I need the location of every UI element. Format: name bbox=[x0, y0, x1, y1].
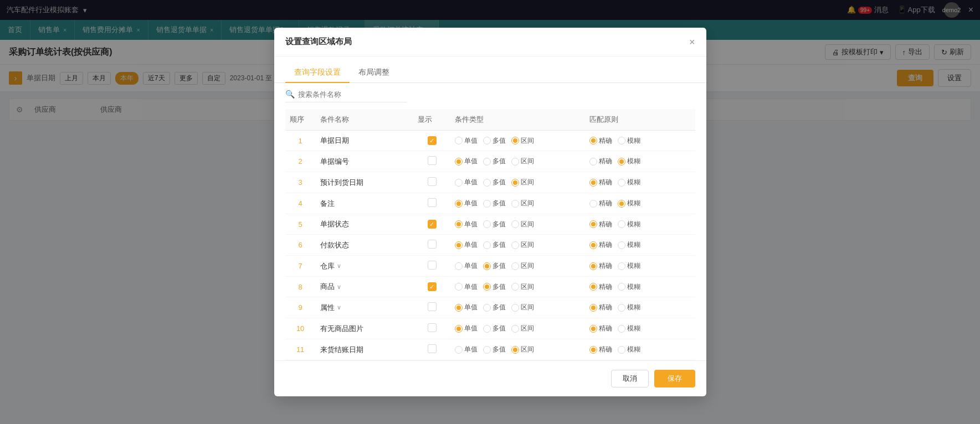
modal-overlay: 设置查询区域布局 × 查询字段设置 布局调整 🔍 顺序 bbox=[0, 0, 980, 127]
dialog-header: 设置查询区域布局 × bbox=[274, 28, 706, 56]
th-show: 显示 bbox=[413, 109, 450, 127]
th-name: 条件名称 bbox=[316, 109, 414, 127]
search-input-wrap: 🔍 bbox=[285, 90, 407, 102]
search-input[interactable] bbox=[298, 90, 398, 99]
dialog-title: 设置查询区域布局 bbox=[285, 37, 352, 47]
dialog: 设置查询区域布局 × 查询字段设置 布局调整 🔍 顺序 bbox=[274, 28, 706, 127]
dialog-tab-query[interactable]: 查询字段设置 bbox=[285, 63, 350, 83]
dialog-table: 顺序 条件名称 显示 条件类型 匹配原则 1 单据日期 bbox=[274, 109, 706, 127]
th-match: 匹配原则 bbox=[585, 109, 695, 127]
dialog-tabs: 查询字段设置 布局调整 bbox=[274, 56, 706, 83]
search-icon: 🔍 bbox=[285, 90, 295, 99]
dialog-close-button[interactable]: × bbox=[689, 37, 695, 47]
th-order: 顺序 bbox=[285, 109, 316, 127]
conditions-table: 顺序 条件名称 显示 条件类型 匹配原则 1 单据日期 bbox=[285, 109, 695, 127]
dialog-search: 🔍 bbox=[274, 83, 706, 109]
th-type: 条件类型 bbox=[450, 109, 585, 127]
dialog-tab-layout[interactable]: 布局调整 bbox=[350, 63, 398, 83]
